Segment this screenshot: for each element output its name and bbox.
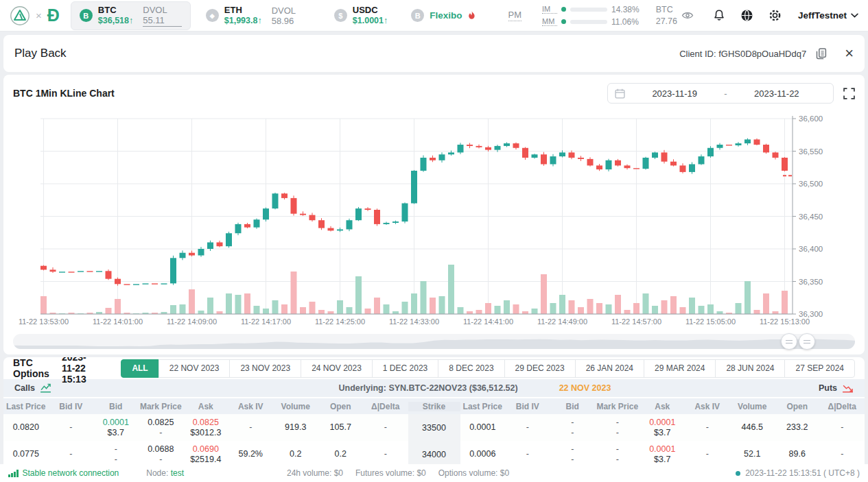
option-cell[interactable]: - [49,414,94,441]
pm-label[interactable]: PM [508,10,522,21]
expiry-tab-26-jan-2024[interactable]: 26 JAN 2024 [575,359,644,378]
option-cell[interactable]: 0.0825$3012.3 [183,414,228,441]
option-cell[interactable]: 0.0001$3.7 [640,414,685,441]
column-header: Ask IV [685,402,730,411]
date-from[interactable]: 2023-11-19 [625,88,724,99]
option-cell[interactable]: 233.2 [775,414,820,441]
expiry-tab-28-jun-2024[interactable]: 28 JUN 2024 [715,359,785,378]
ticker-usdc[interactable]: $ USDC $1.0001↑ [326,2,396,29]
column-header: Δ|Delta [820,402,865,411]
column-header: Bid [93,402,139,411]
btc-dvol[interactable]: DVOL 55.11 [143,5,182,27]
kline-chart[interactable]: 36,60036,55036,50036,45036,40036,35036,3… [13,106,855,327]
date-range-picker[interactable]: 2023-11-19 - 2023-11-22 [607,83,834,104]
expiry-tab-27-sep-2024[interactable]: 27 SEP 2024 [784,359,855,378]
partner-logo: Đ [47,7,60,24]
margin-row-mm: MM11.06% [542,17,640,27]
column-header: Bid IV [505,402,550,411]
copy-icon[interactable] [816,48,827,60]
chart-title: BTC 1Min KLine Chart [13,88,115,99]
balance-block: BTC 27.76 [656,4,694,27]
futures-volume: Futures volume: $0 [355,468,426,478]
column-header: Last Price [3,402,49,411]
svg-text:36,400: 36,400 [799,245,823,253]
eth-coin-icon: ◆ [206,9,219,22]
options-table-row: 0.0820-0.0001$3.70.0825-0.0825$3012.3-91… [3,414,865,441]
option-cell[interactable]: 446.5 [730,414,775,441]
svg-text:36,550: 36,550 [799,147,823,156]
eth-dvol[interactable]: DVOL 58.96 [272,5,311,26]
expiry-tab-8-dec-2023[interactable]: 8 DEC 2023 [438,359,504,378]
svg-text:11-22 14:33:00: 11-22 14:33:00 [389,317,439,326]
expiry-tab-29-mar-2024[interactable]: 29 MAR 2024 [644,359,716,378]
svg-text:11-22 14:25:00: 11-22 14:25:00 [315,317,365,326]
option-cell[interactable]: 0.0001 [460,414,506,441]
calls-chart-icon [40,383,51,393]
server-time-dot [736,471,740,476]
option-cell[interactable]: - [820,414,865,441]
user-menu[interactable]: JeffTestnet [798,10,858,21]
expiry-tab-1-dec-2023[interactable]: 1 DEC 2023 [372,359,438,378]
option-cell[interactable]: -- [595,414,640,441]
option-cell[interactable]: -- [550,414,596,441]
node-label: Node: [146,468,170,478]
option-cell[interactable]: 105.7 [318,414,364,441]
expiry-tab-24-nov-2023[interactable]: 24 NOV 2023 [301,359,373,378]
close-icon[interactable]: × [845,46,854,61]
navigator-silhouette [13,334,855,349]
option-cell[interactable]: - [228,414,274,441]
svg-text:36,600: 36,600 [799,115,823,123]
ticker-flexibo[interactable]: B Flexibo [403,6,483,25]
globe-icon[interactable] [740,9,753,22]
column-header: Open [318,402,364,411]
expiry-tabs: ALL22 NOV 202323 NOV 202324 NOV 20231 DE… [121,359,855,378]
ticker-eth[interactable]: ◆ ETH $1,993.8↑ DVOL 58.96 [198,2,319,29]
playback-panel: Play Back Client ID: fGHS0D8pOuaHDdq7 × [3,35,865,72]
fullscreen-icon[interactable] [843,88,855,99]
settings-gear-icon[interactable] [769,9,782,22]
expiry-tab-29-dec-2023[interactable]: 29 DEC 2023 [504,359,576,378]
puts-chart-icon [842,383,854,393]
balance-amount: 27.76 [656,16,677,27]
column-header: Volume [730,402,775,411]
logo-group: × Đ [10,5,60,26]
eye-icon[interactable] [681,11,694,20]
notification-bell-icon[interactable] [713,9,725,22]
option-cell[interactable]: 0.0825- [139,414,184,441]
expiry-tab-all[interactable]: ALL [121,359,159,378]
column-header: Volume [273,402,318,411]
column-header: Ask [640,402,685,411]
margin-label: IM [542,5,557,14]
option-cell[interactable]: - [505,414,550,441]
ticker-price: $1.0001↑ [353,16,388,27]
column-header: Mark Price [595,402,640,411]
date-to[interactable]: 2023-11-22 [727,88,826,99]
margin-row-im: IM14.38% [542,5,640,14]
option-cell[interactable]: 919.3 [273,414,318,441]
navigator-handle-right[interactable] [799,333,815,350]
ticker-price: $1,993.8↑ [224,16,262,27]
margin-percent: 11.06% [611,17,639,27]
expiry-tab-23-nov-2023[interactable]: 23 NOV 2023 [229,359,301,378]
option-cell[interactable]: 0.0001$3.7 [93,414,139,441]
svg-text:11-22 15:13:00: 11-22 15:13:00 [760,317,810,326]
flame-icon [468,11,476,20]
option-cell[interactable]: - [363,414,408,441]
column-header: Mark Price [139,402,184,411]
svg-text:11-22 14:09:00: 11-22 14:09:00 [167,317,217,326]
navigator-handle-left[interactable] [781,333,797,350]
column-header: Last Price [460,402,506,411]
option-cell[interactable]: 0.0820 [3,414,49,441]
option-cell[interactable]: - [685,414,730,441]
ticker-btc[interactable]: B BTC $36,518↑ DVOL 55.11 [71,1,191,30]
btc-coin-icon: B [80,9,93,22]
username: JeffTestnet [798,10,847,21]
options-panel: BTC Options 2023-11-22 15:13 ALL22 NOV 2… [3,357,865,482]
options-title: BTC Options [13,357,49,379]
chart-range-navigator[interactable] [13,334,855,349]
expiry-tab-22-nov-2023[interactable]: 22 NOV 2023 [159,359,231,378]
svg-text:11-22 14:57:00: 11-22 14:57:00 [611,317,661,326]
ticker-symbol: BTC [98,5,133,16]
signal-bars-icon [8,470,19,477]
margin-label: MM [542,17,557,26]
